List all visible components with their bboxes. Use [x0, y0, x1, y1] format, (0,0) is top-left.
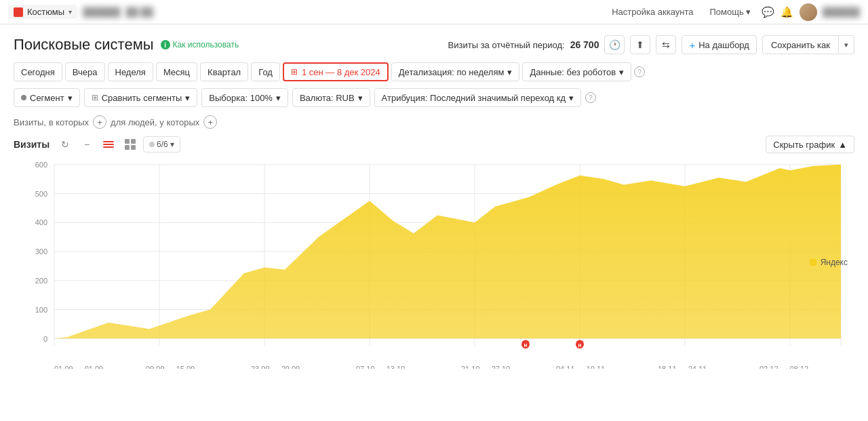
filter-info-icon[interactable]: ? — [585, 92, 596, 103]
data-robots-btn[interactable]: Данные: без роботов ▾ — [522, 62, 631, 81]
compare-icon: ⊞ — [92, 93, 98, 102]
svg-text:н: н — [578, 342, 582, 348]
segment-btn[interactable]: Сегмент ▾ — [14, 88, 80, 107]
save-chevron-btn[interactable]: ▾ — [839, 35, 854, 54]
svg-text:600: 600 — [35, 161, 47, 169]
svg-rect-5 — [125, 145, 130, 150]
legend-yandex-dot — [810, 259, 816, 266]
save-as-group: Сохранить как ▾ — [762, 35, 854, 54]
segment-visits-row: Визиты, в которых + для людей, у которых… — [14, 115, 854, 129]
svg-rect-2 — [103, 146, 114, 148]
x-label-0: 01.09 — 01.09 — [54, 365, 103, 369]
avatar[interactable] — [800, 3, 817, 21]
period-quarter-btn[interactable]: Квартал — [200, 62, 248, 81]
detail-chevron-icon: ▾ — [507, 67, 512, 77]
sample-chevron-icon: ▾ — [276, 93, 281, 103]
how-to-use-link[interactable]: i Как использовать — [161, 40, 239, 49]
x-label-6: 18.11 — 24.11 — [658, 365, 707, 369]
chart-count-btn[interactable]: 6/6 ▾ — [143, 136, 180, 153]
title-right: Визиты за отчётный период: 26 700 🕐 ⬆ ⇆ … — [448, 35, 854, 54]
save-as-btn[interactable]: Сохранить как — [762, 35, 839, 54]
help-link[interactable]: Помощь ▾ — [705, 4, 756, 20]
sample-btn[interactable]: Выборка: 100% ▾ — [201, 88, 288, 107]
compare-icon-btn[interactable]: ⇆ — [656, 35, 676, 54]
attribution-chevron-icon: ▾ — [569, 93, 574, 103]
svg-rect-1 — [103, 144, 114, 145]
svg-text:500: 500 — [35, 189, 47, 197]
x-label-3: 07.10 — 13.10 — [356, 365, 405, 369]
segment-visits-text1: Визиты, в которых — [14, 117, 89, 127]
x-axis-labels-row: 01.09 — 01.09 09.09 — 15.09 23.09 — 29.0… — [14, 367, 854, 369]
x-label-2: 23.09 — 29.09 — [251, 365, 300, 369]
filter-row: Сегмент ▾ ⊞ Сравнить сегменты ▾ Выборка:… — [14, 88, 854, 107]
attribution-btn[interactable]: Атрибуция: Последний значимый переход кд… — [374, 88, 581, 107]
svg-text:н: н — [524, 342, 528, 348]
chart-area: 0 100 200 300 400 500 600 н н — [14, 157, 854, 367]
visits-section-label: Визиты — [14, 139, 50, 150]
svg-text:0: 0 — [43, 334, 47, 342]
calendar-icon: ⊞ — [291, 67, 298, 77]
x-label-1: 09.09 — 15.09 — [146, 365, 195, 369]
help-chevron-icon: ▾ — [746, 7, 751, 17]
topbar-username: ██████ — [823, 7, 860, 17]
segment-visits-text2: для людей, у которых — [111, 117, 199, 127]
bell-icon[interactable]: 🔔 — [781, 5, 794, 19]
table-chart-icon-btn[interactable] — [121, 136, 139, 153]
x-label-4: 21.10 — 27.10 — [461, 365, 510, 369]
main-content: Поисковые системы i Как использовать Виз… — [0, 24, 868, 369]
topbar: Костюмы ▾ ██████ ██ ██ Настройка аккаунт… — [0, 0, 868, 24]
account-settings-link[interactable]: Настройка аккаунта — [606, 4, 698, 20]
svg-text:300: 300 — [35, 247, 47, 256]
add-people-condition-btn[interactable]: + — [203, 115, 217, 129]
period-month-btn[interactable]: Месяц — [156, 62, 197, 81]
segment-chevron-icon: ▾ — [68, 93, 73, 103]
hide-chevron-icon: ▲ — [838, 140, 847, 150]
page-title: Поисковые системы — [14, 36, 154, 54]
count-dot-icon — [149, 142, 155, 147]
minus-icon-btn[interactable]: − — [78, 136, 96, 153]
topbar-blurred2: ██ ██ — [125, 7, 153, 17]
svg-text:400: 400 — [35, 218, 47, 226]
x-label-5: 04.11 — 10.11 — [556, 365, 605, 369]
brand-selector[interactable]: Костюмы ▾ — [8, 5, 77, 19]
history-icon-btn[interactable]: 🕐 — [604, 35, 625, 54]
x-label-7: 02.12 — 08.12 — [760, 365, 808, 369]
period-year-btn[interactable]: Год — [251, 62, 280, 81]
period-week-btn[interactable]: Неделя — [108, 62, 153, 81]
currency-btn[interactable]: Валюта: RUB ▾ — [292, 88, 370, 107]
add-visit-condition-btn[interactable]: + — [93, 115, 106, 129]
chat-icon[interactable]: 💬 — [762, 5, 775, 19]
chart-legend: Яндекс — [810, 258, 848, 267]
period-today-btn[interactable]: Сегодня — [14, 62, 62, 81]
title-row: Поисковые системы i Как использовать Виз… — [14, 35, 854, 54]
period-range-btn[interactable]: ⊞ 1 сен — 8 дек 2024 — [283, 62, 389, 81]
period-yesterday-btn[interactable]: Вчера — [65, 62, 105, 81]
svg-text:100: 100 — [35, 305, 47, 313]
hide-chart-btn[interactable]: Скрыть график ▲ — [766, 136, 854, 153]
legend-yandex-label: Яндекс — [821, 258, 848, 267]
detail-btn[interactable]: Детализация: по неделям ▾ — [391, 62, 520, 81]
topbar-icons: 💬 🔔 — [762, 3, 817, 21]
refresh-icon-btn[interactable]: ↻ — [56, 136, 74, 153]
visits-count: 26 700 — [570, 39, 599, 50]
svg-rect-6 — [131, 145, 136, 150]
visits-section-header: Визиты ↻ − 6/6 ▾ Скрыть график ▲ — [14, 136, 854, 153]
period-row: Сегодня Вчера Неделя Месяц Квартал Год ⊞… — [14, 62, 854, 81]
add-to-dashboard-btn[interactable]: + На дашборд — [682, 35, 756, 54]
topbar-blurred1: ██████ — [83, 7, 120, 17]
avatar-image — [800, 3, 817, 21]
how-to-use-icon: i — [161, 40, 170, 49]
brand-label: Костюмы — [27, 7, 64, 17]
svg-rect-0 — [103, 141, 114, 142]
compare-segments-btn[interactable]: ⊞ Сравнить сегменты ▾ — [84, 88, 198, 107]
export-icon-btn[interactable]: ⬆ — [630, 35, 650, 54]
brand-chevron-icon: ▾ — [68, 8, 72, 16]
currency-chevron-icon: ▾ — [358, 93, 363, 103]
svg-rect-4 — [131, 139, 136, 144]
plus-icon: + — [689, 39, 695, 51]
compare-chevron-icon: ▾ — [185, 93, 190, 103]
lines-chart-icon-btn[interactable] — [100, 136, 117, 153]
chart-svg: 0 100 200 300 400 500 600 н н — [14, 157, 854, 367]
period-info-icon[interactable]: ? — [634, 66, 645, 77]
svg-rect-3 — [125, 139, 130, 144]
